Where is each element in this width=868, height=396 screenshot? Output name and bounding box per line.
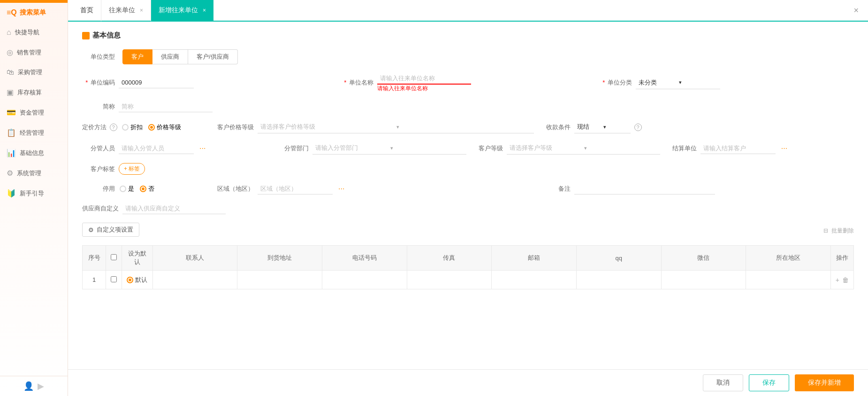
row-contact[interactable]	[152, 271, 237, 289]
row-add-btn[interactable]: +	[836, 276, 839, 284]
phone-input[interactable]	[327, 274, 402, 285]
wechat-input[interactable]	[666, 274, 741, 285]
sidebar-item-operation[interactable]: 📋 经营管理	[0, 123, 68, 143]
row-seq: 1	[83, 271, 106, 289]
row-region[interactable]	[746, 271, 831, 289]
tab-partners-close[interactable]: ×	[140, 8, 143, 13]
footer: 取消 保存 保存并新增	[68, 369, 868, 396]
sidebar-item-inventory[interactable]: ▣ 库存核算	[0, 82, 68, 102]
row-address[interactable]	[237, 271, 322, 289]
unit-type-field: 单位类型 客户 供应商 客户/供应商	[82, 49, 238, 64]
row-checkbox[interactable]	[111, 276, 117, 282]
notes-label: 备注	[538, 185, 571, 193]
settlement-unit-label: 结算单位	[664, 144, 697, 153]
sidebar-item-sales[interactable]: ◎ 销售管理	[0, 42, 68, 62]
department-select[interactable]: 请输入分管部门 ▾	[312, 142, 466, 155]
cancel-button[interactable]: 取消	[703, 374, 743, 391]
unit-name-input-container: 请输入往来单位名称	[377, 73, 595, 93]
select-all-checkbox[interactable]	[111, 254, 117, 260]
row-region-input[interactable]	[751, 274, 826, 285]
row-delete-btn[interactable]: 🗑	[842, 276, 849, 284]
sidebar-item-system[interactable]: ⚙ 系统管理	[0, 163, 68, 183]
contact-input[interactable]	[158, 274, 233, 285]
payment-terms-select[interactable]: 现结 ▾	[574, 121, 631, 133]
supplier-custom-input[interactable]	[122, 203, 226, 214]
section-header: 基本信息	[82, 31, 854, 40]
save-new-button[interactable]: 保存并新增	[795, 374, 854, 391]
settlement-unit-input[interactable]	[700, 143, 776, 154]
tag-add-button[interactable]: + 标签	[119, 163, 145, 175]
sidebar-item-basic[interactable]: 📊 基础信息	[0, 143, 68, 163]
required-mark: *	[85, 79, 88, 86]
settlement-more-btn[interactable]: ···	[779, 144, 789, 153]
address-input[interactable]	[242, 274, 317, 285]
radio-price-level[interactable]: 价格等级	[148, 123, 181, 132]
unit-name-label: * 单位名称	[341, 78, 373, 87]
tab-new-partner[interactable]: 新增往来单位 ×	[151, 0, 213, 21]
sidebar-search-label: 搜索菜单	[20, 8, 46, 17]
notes-input[interactable]	[574, 183, 715, 194]
qq-input[interactable]	[581, 274, 656, 285]
customer-level-select[interactable]: 请选择客户等级 ▾	[507, 142, 660, 155]
sidebar-item-guide[interactable]: 🔰 新手引导	[0, 183, 68, 203]
row-email[interactable]	[492, 271, 577, 289]
region-more-btn[interactable]: ···	[336, 185, 346, 193]
sales-icon: ◎	[7, 48, 13, 57]
tab-new-partner-close[interactable]: ×	[203, 8, 206, 13]
sidebar-item-label: 经营管理	[20, 129, 44, 137]
fax-input[interactable]	[412, 274, 487, 285]
sidebar-item-label: 基础信息	[20, 149, 44, 157]
unit-type-both-btn[interactable]: 客户/供应商	[188, 49, 238, 64]
unit-type-customer-btn[interactable]: 客户	[122, 49, 152, 64]
customer-tag-row: 客户标签 + 标签	[82, 163, 854, 175]
row-qq[interactable]	[576, 271, 661, 289]
sidebar: ≡Q 搜索菜单 ⌂ 快捷导航 ◎ 销售管理 🛍 采购管理 ▣ 库存核算 💳 资金…	[0, 0, 68, 396]
sidebar-item-purchase[interactable]: 🛍 采购管理	[0, 62, 68, 82]
unit-type-supplier-btn[interactable]: 供应商	[152, 49, 188, 64]
tab-home-label: 首页	[80, 6, 93, 15]
batch-delete-button[interactable]: ⊟ 批量删除	[823, 227, 854, 235]
radio-disabled-no[interactable]: 否	[140, 185, 154, 193]
sidebar-expand-icon[interactable]: ▶	[38, 381, 44, 391]
row-phone[interactable]	[322, 271, 407, 289]
row-actions: + 🗑	[836, 276, 849, 284]
payment-help-icon[interactable]: ?	[634, 124, 642, 131]
unit-name-error: 请输入往来单位名称	[377, 85, 595, 93]
row-default-cell[interactable]: 默认	[122, 271, 153, 289]
col-phone: 电话号码	[322, 246, 407, 271]
col-checkbox[interactable]	[106, 246, 122, 271]
manager-more-btn[interactable]: ···	[198, 144, 207, 153]
customer-price-level-field: 客户价格等级 请选择客户价格等级 ▾	[217, 121, 534, 133]
unit-category-select[interactable]: 未分类 ▾	[636, 77, 720, 89]
short-name-input[interactable]	[119, 101, 213, 112]
region-input[interactable]	[258, 183, 333, 194]
save-button[interactable]: 保存	[749, 374, 789, 391]
pricing-help-icon[interactable]: ?	[110, 124, 117, 131]
row-wechat[interactable]	[661, 271, 746, 289]
radio-disabled-yes[interactable]: 是	[120, 185, 134, 193]
custom-settings-button[interactable]: ⚙ 自定义项设置	[82, 223, 139, 237]
unit-name-input[interactable]	[377, 73, 471, 85]
col-default: 设为默认	[122, 246, 153, 271]
radio-discount-circle	[122, 124, 129, 131]
tab-partners[interactable]: 往来单位 ×	[101, 0, 151, 21]
unit-code-input[interactable]	[119, 77, 194, 88]
sidebar-user-icon[interactable]: 👤	[23, 381, 34, 391]
row-checkbox-cell[interactable]	[106, 271, 122, 289]
row-default-radio[interactable]: 默认	[127, 276, 148, 284]
sidebar-search-item[interactable]: ≡Q 搜索菜单	[0, 3, 68, 23]
tab-bar-close-button[interactable]: ×	[849, 6, 863, 16]
radio-discount[interactable]: 折扣	[122, 123, 143, 132]
short-name-field: 简称	[82, 101, 854, 112]
row-fax[interactable]	[407, 271, 492, 289]
sidebar-item-finance[interactable]: 💳 资金管理	[0, 102, 68, 123]
customer-level-field: 客户等级 请选择客户等级 ▾	[470, 142, 660, 155]
customer-price-level-select[interactable]: 请选择客户价格等级 ▾	[258, 121, 534, 133]
manager-input[interactable]	[119, 143, 194, 154]
sidebar-item-quick-nav[interactable]: ⌂ 快捷导航	[0, 23, 68, 42]
tab-home[interactable]: 首页	[73, 0, 101, 21]
email-input[interactable]	[496, 274, 571, 285]
guide-icon: 🔰	[7, 189, 16, 198]
system-icon: ⚙	[7, 169, 13, 178]
sidebar-item-label: 采购管理	[18, 68, 42, 77]
